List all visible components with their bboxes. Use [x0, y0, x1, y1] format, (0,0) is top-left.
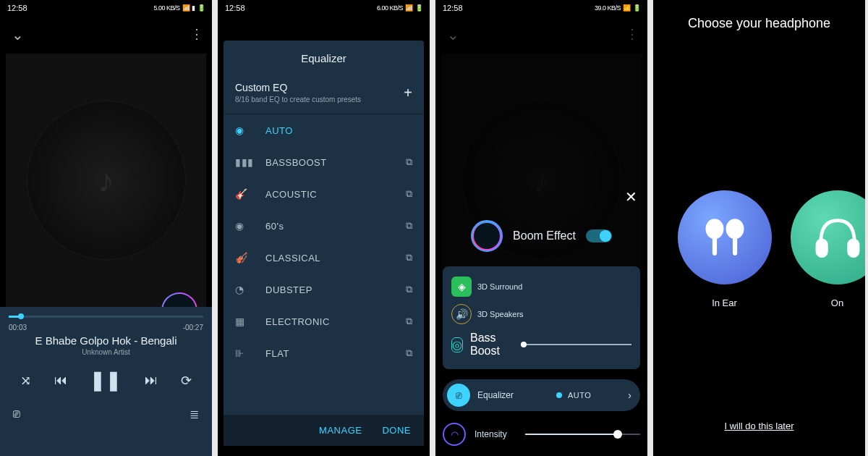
custom-eq-row[interactable]: Custom EQ 8/16 band EQ to create custom … — [224, 75, 424, 114]
intensity-icon: ◠ — [443, 423, 466, 446]
preset-list: ◉ AUTO ▮▮▮ BASSBOOST ⧉ 🎸 ACOUSTIC ⧉ ◉ 60… — [224, 114, 424, 415]
previous-icon[interactable]: ⏮ — [54, 373, 67, 388]
chevron-right-icon: › — [628, 389, 631, 401]
player-controls: 00:03 -00:27 E Bhabe Golpo Hok - Bengali… — [0, 307, 212, 456]
cube-icon: ◈ — [451, 276, 472, 297]
equalizer-row[interactable]: ⎚ Equalizer AUTO › — [443, 379, 640, 411]
sliders-icon: ⎚ — [447, 384, 470, 407]
sliders-icon[interactable]: ⎚ — [13, 408, 20, 421]
repeat-icon[interactable]: ⟳ — [181, 373, 192, 389]
speaker-icon: 🔊 — [451, 304, 472, 324]
copy-icon[interactable]: ⧉ — [406, 156, 413, 168]
boom-title: Boom Effect — [513, 229, 576, 242]
copy-icon[interactable]: ⧉ — [406, 284, 413, 295]
music-note-icon: ♪ — [533, 161, 550, 200]
next-icon[interactable]: ⏭ — [145, 373, 158, 388]
seek-bar[interactable] — [9, 316, 203, 318]
shuffle-icon[interactable]: ⤨ — [20, 373, 31, 389]
track-artist: Unknown Artist — [9, 348, 203, 356]
album-art: ♪ ◐ — [6, 54, 206, 307]
tile-bass-boost[interactable]: ◎ Bass Boost — [451, 332, 631, 358]
close-icon[interactable]: ✕ — [625, 188, 637, 206]
svg-rect-5 — [848, 240, 857, 256]
preset-item[interactable]: ◔ DUBSTEP ⧉ — [224, 274, 424, 305]
music-note-icon: ♪ — [98, 161, 114, 200]
tile-3d-speakers[interactable]: 🔊 3D Speakers — [451, 304, 541, 324]
preset-item[interactable]: ◉ AUTO — [224, 114, 424, 146]
done-button[interactable]: DONE — [382, 425, 411, 436]
sixties-icon: ◉ — [235, 220, 252, 232]
collapse-icon[interactable]: ⌄ — [0, 16, 212, 54]
more-menu-icon[interactable]: ⋮ — [626, 26, 637, 42]
boom-logo-icon — [471, 220, 503, 252]
equalizer-sheet: Equalizer Custom EQ 8/16 band EQ to crea… — [224, 41, 424, 446]
pause-icon[interactable]: ❚❚ — [90, 369, 122, 392]
effect-tiles: ◈ 3D Surround 🔊 3D Speakers ◎ Bass Boost — [443, 266, 640, 369]
auto-dot-icon — [556, 392, 562, 398]
svg-rect-3 — [732, 235, 736, 256]
svg-rect-1 — [712, 235, 716, 256]
intensity-row: ◠ Intensity — [443, 423, 640, 446]
option-in-ear[interactable]: In Ear — [678, 190, 772, 308]
flat-icon: ⊪ — [235, 347, 252, 359]
status-bar: 12:58 39.0 KB/S📶🔋 — [435, 0, 647, 16]
bassboost-icon: ▮▮▮ — [235, 156, 252, 168]
headphone-icon — [791, 190, 866, 284]
preset-item[interactable]: ◉ 60's ⧉ — [224, 210, 424, 242]
sheet-title: Equalizer — [224, 41, 424, 75]
intensity-slider[interactable] — [525, 434, 640, 435]
time-remaining: -00:27 — [183, 324, 203, 332]
wifi-icon: 📶 — [182, 4, 190, 12]
track-title: E Bhabe Golpo Hok - Bengali — [9, 334, 203, 347]
copy-icon[interactable]: ⧉ — [406, 188, 413, 200]
skip-link[interactable]: I will do this later — [653, 421, 865, 431]
acoustic-icon: 🎸 — [235, 188, 252, 200]
preset-item[interactable]: 🎻 CLASSICAL ⧉ — [224, 242, 424, 274]
dubstep-icon: ◔ — [235, 284, 252, 295]
page-title: Choose your headphone — [653, 0, 865, 38]
bass-slider[interactable] — [521, 344, 631, 345]
more-menu-icon[interactable]: ⋮ — [190, 26, 202, 42]
add-preset-icon[interactable]: + — [404, 85, 412, 101]
collapse-icon[interactable]: ⌄ — [435, 16, 647, 54]
preset-item[interactable]: ▦ ELECTRONIC ⧉ — [224, 305, 424, 337]
status-bar: 12:58 5.00 KB/S📶▮🔋 — [0, 0, 212, 16]
copy-icon[interactable]: ⧉ — [406, 252, 413, 263]
electronic-icon: ▦ — [235, 316, 252, 327]
status-bar: 12:58 6.00 KB/S📶🔋 — [218, 0, 430, 16]
clock: 12:58 — [7, 4, 27, 12]
copy-icon[interactable]: ⧉ — [406, 316, 413, 327]
preset-item[interactable]: ⊪ FLAT ⧉ — [224, 337, 424, 369]
preset-item[interactable]: 🎸 ACOUSTIC ⧉ — [224, 178, 424, 210]
auto-icon: ◉ — [235, 124, 252, 136]
battery-icon: 🔋 — [197, 4, 205, 12]
tile-3d-surround[interactable]: ◈ 3D Surround — [451, 276, 541, 297]
manage-button[interactable]: MANAGE — [319, 425, 362, 436]
boom-toggle[interactable] — [586, 229, 612, 242]
time-elapsed: 00:03 — [9, 324, 27, 332]
signal-icon: ▮ — [192, 4, 195, 12]
boom-panel: ✕ Boom Effect ◈ 3D Surround 🔊 3D Speaker… — [435, 210, 647, 456]
earbud-icon — [678, 190, 772, 284]
preset-item[interactable]: ▮▮▮ BASSBOOST ⧉ — [224, 146, 424, 178]
classical-icon: 🎻 — [235, 252, 252, 263]
playlist-icon[interactable]: ≣ — [190, 408, 199, 421]
svg-rect-4 — [817, 240, 825, 256]
option-on-ear[interactable]: On — [791, 190, 866, 308]
copy-icon[interactable]: ⧉ — [406, 220, 413, 232]
copy-icon[interactable]: ⧉ — [406, 347, 413, 359]
sheet-actions: MANAGE DONE — [224, 415, 424, 446]
bass-icon: ◎ — [451, 337, 463, 352]
